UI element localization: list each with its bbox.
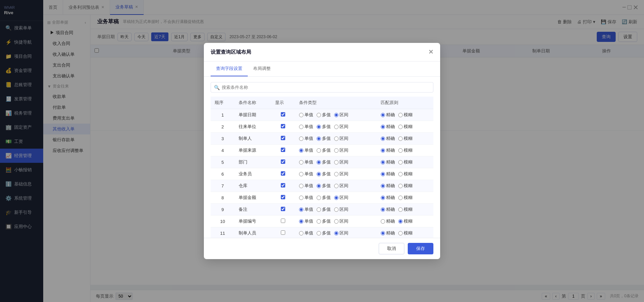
condition-radio[interactable] bbox=[317, 172, 321, 176]
condition-radio[interactable] bbox=[317, 125, 321, 129]
radio-item[interactable]: 区间 bbox=[334, 183, 348, 189]
condition-radio[interactable] bbox=[299, 148, 303, 153]
condition-radio[interactable] bbox=[299, 125, 303, 129]
match-radio[interactable] bbox=[381, 148, 385, 153]
condition-radio[interactable] bbox=[317, 113, 321, 117]
radio-item[interactable]: 区间 bbox=[334, 112, 348, 118]
radio-item[interactable]: 模糊 bbox=[398, 112, 412, 118]
radio-item[interactable]: 单值 bbox=[299, 230, 313, 236]
condition-radio[interactable] bbox=[334, 136, 339, 141]
show-checkbox[interactable] bbox=[281, 207, 285, 211]
condition-radio[interactable] bbox=[317, 184, 321, 188]
radio-item[interactable]: 区间 bbox=[334, 147, 348, 153]
condition-radio[interactable] bbox=[334, 207, 339, 212]
radio-item[interactable]: 模糊 bbox=[398, 183, 412, 189]
condition-radio[interactable] bbox=[334, 160, 339, 165]
show-checkbox[interactable] bbox=[281, 171, 285, 176]
radio-item[interactable]: 精确 bbox=[381, 195, 395, 201]
radio-item[interactable]: 区间 bbox=[334, 218, 348, 224]
radio-item[interactable]: 精确 bbox=[381, 159, 395, 165]
radio-item[interactable]: 单值 bbox=[299, 124, 313, 130]
match-radio[interactable] bbox=[381, 172, 385, 176]
radio-item[interactable]: 单值 bbox=[299, 218, 313, 224]
radio-item[interactable]: 精确 bbox=[381, 124, 395, 130]
radio-item[interactable]: 模糊 bbox=[398, 195, 412, 201]
match-radio[interactable] bbox=[381, 219, 385, 224]
radio-item[interactable]: 单值 bbox=[299, 183, 313, 189]
radio-item[interactable]: 多值 bbox=[317, 195, 331, 201]
condition-radio[interactable] bbox=[317, 160, 321, 165]
condition-radio[interactable] bbox=[299, 219, 303, 224]
radio-item[interactable]: 区间 bbox=[334, 206, 348, 212]
match-radio[interactable] bbox=[381, 231, 385, 235]
match-radio[interactable] bbox=[398, 172, 403, 176]
match-radio[interactable] bbox=[398, 160, 403, 165]
match-radio[interactable] bbox=[381, 207, 385, 212]
condition-radio[interactable] bbox=[299, 196, 303, 200]
condition-radio[interactable] bbox=[317, 231, 321, 235]
radio-item[interactable]: 模糊 bbox=[398, 206, 412, 212]
condition-radio[interactable] bbox=[299, 136, 303, 141]
match-radio[interactable] bbox=[398, 184, 403, 188]
show-checkbox[interactable] bbox=[281, 219, 285, 223]
radio-item[interactable]: 单值 bbox=[299, 171, 313, 177]
match-radio[interactable] bbox=[398, 196, 403, 200]
condition-radio[interactable] bbox=[334, 219, 339, 224]
match-radio[interactable] bbox=[381, 113, 385, 117]
show-checkbox[interactable] bbox=[281, 136, 285, 140]
radio-item[interactable]: 模糊 bbox=[398, 159, 412, 165]
condition-radio[interactable] bbox=[334, 113, 339, 117]
match-radio[interactable] bbox=[381, 136, 385, 141]
match-radio[interactable] bbox=[398, 231, 403, 235]
radio-item[interactable]: 多值 bbox=[317, 112, 331, 118]
radio-item[interactable]: 多值 bbox=[317, 218, 331, 224]
match-radio[interactable] bbox=[398, 219, 403, 224]
condition-radio[interactable] bbox=[334, 231, 339, 235]
condition-radio[interactable] bbox=[299, 207, 303, 212]
condition-radio[interactable] bbox=[334, 148, 339, 153]
tab-query-fields[interactable]: 查询字段设置 bbox=[211, 61, 248, 76]
radio-item[interactable]: 精确 bbox=[381, 206, 395, 212]
condition-radio[interactable] bbox=[299, 184, 303, 188]
radio-item[interactable]: 单值 bbox=[299, 112, 313, 118]
condition-radio[interactable] bbox=[317, 136, 321, 141]
match-radio[interactable] bbox=[398, 113, 403, 117]
radio-item[interactable]: 多值 bbox=[317, 171, 331, 177]
radio-item[interactable]: 区间 bbox=[334, 195, 348, 201]
radio-item[interactable]: 精确 bbox=[381, 230, 395, 236]
radio-item[interactable]: 多值 bbox=[317, 147, 331, 153]
match-radio[interactable] bbox=[381, 125, 385, 129]
condition-radio[interactable] bbox=[299, 160, 303, 165]
radio-item[interactable]: 多值 bbox=[317, 124, 331, 130]
match-radio[interactable] bbox=[381, 184, 385, 188]
radio-item[interactable]: 多值 bbox=[317, 135, 331, 142]
condition-radio[interactable] bbox=[299, 113, 303, 117]
radio-item[interactable]: 模糊 bbox=[398, 218, 412, 224]
radio-item[interactable]: 模糊 bbox=[398, 230, 412, 236]
radio-item[interactable]: 区间 bbox=[334, 159, 348, 165]
match-radio[interactable] bbox=[398, 207, 403, 212]
condition-radio[interactable] bbox=[334, 196, 339, 200]
condition-search-input[interactable] bbox=[211, 82, 433, 93]
condition-radio[interactable] bbox=[299, 231, 303, 235]
show-checkbox[interactable] bbox=[281, 124, 285, 128]
radio-item[interactable]: 模糊 bbox=[398, 171, 412, 177]
show-checkbox[interactable] bbox=[281, 195, 285, 199]
radio-item[interactable]: 精确 bbox=[381, 218, 395, 224]
radio-item[interactable]: 多值 bbox=[317, 159, 331, 165]
match-radio[interactable] bbox=[398, 148, 403, 153]
radio-item[interactable]: 单值 bbox=[299, 147, 313, 153]
radio-item[interactable]: 单值 bbox=[299, 195, 313, 201]
cancel-button[interactable]: 取消 bbox=[379, 243, 404, 254]
condition-radio[interactable] bbox=[317, 219, 321, 224]
match-radio[interactable] bbox=[381, 196, 385, 200]
condition-radio[interactable] bbox=[317, 207, 321, 212]
tab-layout[interactable]: 布局调整 bbox=[248, 61, 276, 76]
radio-item[interactable]: 精确 bbox=[381, 135, 395, 142]
dialog-close-icon[interactable]: ✕ bbox=[428, 48, 433, 56]
condition-radio[interactable] bbox=[299, 172, 303, 176]
radio-item[interactable]: 区间 bbox=[334, 124, 348, 130]
show-checkbox[interactable] bbox=[281, 112, 285, 117]
radio-item[interactable]: 精确 bbox=[381, 147, 395, 153]
condition-radio[interactable] bbox=[334, 172, 339, 176]
